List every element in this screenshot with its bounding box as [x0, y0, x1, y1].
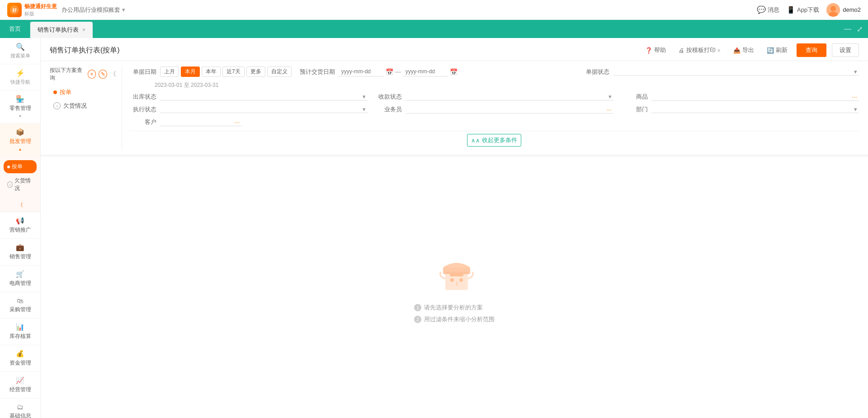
sidebar-item-ecommerce[interactable]: 🛒 电商管理: [0, 266, 40, 292]
scheme-item-欠货[interactable]: ○ 欠货情况: [50, 99, 116, 113]
breadcrumb-text: 办公用品行业模拟账套: [61, 6, 120, 14]
sidebar-item-operation[interactable]: 📈 经营管理: [0, 372, 40, 399]
purchase-icon: 🛍: [17, 297, 24, 304]
sidebar-item-finance[interactable]: 💰 资金管理: [0, 345, 40, 372]
message-btn[interactable]: 💬 消息: [757, 5, 779, 14]
delivery-status-arrow[interactable]: ▾: [361, 93, 368, 100]
page-header: 销售订单执行表(按单) ❓ 帮助 🖨 按模板打印 ▾ 📤 导出 🔄 刷新: [41, 38, 868, 61]
field-payment-status: 收款状态 ▾: [375, 93, 613, 101]
collapse-arrow-icon: ∧∧: [471, 137, 480, 144]
payment-status-arrow[interactable]: ▾: [607, 93, 613, 100]
main-layout: 🔍 搜索菜单 ⚡ 快捷导航 🏪 零售管理 ▾ 📦 批发管理 ▴ 按单 ○ 欠货情…: [0, 38, 868, 418]
filter-form: 单据日期 上月 本月 本年 近7天 更多 自定义 预计交货日期: [122, 66, 859, 149]
dot-icon: [7, 166, 10, 168]
search-icon: 🔍: [16, 43, 25, 51]
date-range-display: 2023-03-01 至 2023-03-31: [129, 81, 859, 89]
sidebar-sub-欠货情况[interactable]: ○ 欠货情况: [4, 174, 37, 195]
app-download-btn[interactable]: 📱 App下载: [787, 6, 819, 14]
date-btn-lastmonth[interactable]: 上月: [160, 66, 179, 77]
date-label: 单据日期: [129, 68, 156, 76]
salesperson-more-icon[interactable]: ···: [604, 106, 613, 113]
salesperson-label: 业务员: [375, 105, 402, 114]
tab-bar-actions: — ⤢: [839, 20, 868, 38]
department-arrow[interactable]: ▾: [852, 106, 859, 113]
date-btn-7days[interactable]: 近7天: [222, 66, 245, 77]
logo-area: 好 畅捷通好生意 标版: [7, 3, 57, 17]
sidebar-item-sales[interactable]: 💼 销售管理: [0, 239, 40, 266]
goods-more-icon[interactable]: ···: [850, 93, 859, 100]
settings-btn[interactable]: 设置: [832, 43, 859, 57]
tab-close-icon[interactable]: ×: [82, 27, 85, 33]
expected-date-to[interactable]: [403, 67, 448, 76]
status-select-wrap: ▾: [613, 68, 859, 76]
sidebar-item-purchase[interactable]: 🛍 采购管理: [0, 292, 40, 318]
inventory-icon: 📊: [16, 323, 24, 331]
query-btn[interactable]: 查询: [797, 43, 826, 57]
active-scheme-dot: [53, 90, 57, 94]
scheme-item-按单[interactable]: 按单: [50, 86, 116, 99]
filter-section: 按以下方案查询 + ✎ 《 按单 ○ 欠货情况: [41, 61, 868, 155]
collapse-more-btn[interactable]: ∧∧ 收起更多条件: [467, 134, 521, 147]
sidebar-item-wholesale[interactable]: 📦 批发管理 ▴: [0, 124, 40, 157]
empty-tips: 1 请先选择要分析的方案 2 用过滤条件来缩小分析范围: [414, 302, 495, 325]
sidebar-item-basic[interactable]: 🗂 基础信息: [0, 399, 40, 418]
sidebar-item-quicknav[interactable]: ⚡ 快捷导航: [0, 64, 40, 90]
date-btn-more[interactable]: 更多: [246, 66, 265, 77]
tab-sales-order[interactable]: 销售订单执行表 ×: [30, 22, 93, 38]
top-bar-left: 好 畅捷通好生意 标版 办公用品行业模拟账套 ▾: [7, 3, 125, 17]
goods-select: ···: [651, 93, 859, 101]
filter-row-3: 执行状态 ▾ 业务员 ··· 部门: [129, 105, 859, 114]
field-department: 部门 ▾: [621, 105, 859, 114]
wholesale-icon: 📦: [16, 128, 24, 136]
refresh-btn[interactable]: 🔄 刷新: [763, 44, 791, 56]
expected-date-range: 📅 — 📅: [339, 67, 458, 76]
collapse-more-bar: ∧∧ 收起更多条件: [129, 131, 859, 149]
tab-home[interactable]: 首页: [0, 20, 30, 38]
execute-status-arrow[interactable]: ▾: [361, 106, 368, 113]
sidebar: 🔍 搜索菜单 ⚡ 快捷导航 🏪 零售管理 ▾ 📦 批发管理 ▴ 按单 ○ 欠货情…: [0, 38, 41, 418]
tab-expand-btn[interactable]: ⤢: [857, 25, 863, 33]
customer-label: 客户: [129, 118, 156, 126]
status-dropdown-arrow[interactable]: ▾: [852, 68, 859, 75]
empty-illustration: !: [427, 249, 481, 294]
sidebar-item-marketing[interactable]: 📢 营销推广: [0, 212, 40, 239]
sidebar-sub-按单[interactable]: 按单: [4, 160, 37, 173]
collapse-scheme-btn[interactable]: 《: [110, 70, 116, 78]
date-btn-thisyear[interactable]: 本年: [202, 66, 221, 77]
edit-scheme-btn[interactable]: ✎: [99, 70, 107, 79]
svg-point-9: [459, 278, 463, 282]
scheme-circle-icon: ○: [53, 102, 61, 109]
svg-rect-6: [443, 267, 470, 274]
template-print-btn[interactable]: 🖨 按模板打印 ▾: [675, 44, 724, 56]
breadcrumb-arrow[interactable]: ▾: [122, 6, 125, 13]
ecommerce-icon: 🛒: [16, 270, 24, 278]
filter-row-4: 客户 ···: [129, 118, 859, 126]
tab-minimize-btn[interactable]: —: [844, 25, 851, 33]
sidebar-item-retail[interactable]: 🏪 零售管理 ▾: [0, 90, 40, 124]
customer-more-icon[interactable]: ···: [232, 119, 241, 126]
cal-to-icon[interactable]: 📅: [450, 68, 458, 76]
retail-arrow: ▾: [19, 114, 21, 119]
date-btn-custom[interactable]: 自定义: [267, 66, 292, 77]
export-btn[interactable]: 📤 导出: [730, 44, 758, 56]
page-actions: ❓ 帮助 🖨 按模板打印 ▾ 📤 导出 🔄 刷新 查询 设置: [642, 43, 859, 57]
logo-text: 畅捷通好生意 标版: [24, 3, 57, 17]
expected-date-label: 预计交货日期: [299, 68, 335, 76]
sidebar-item-search[interactable]: 🔍 搜索菜单: [0, 38, 40, 64]
customer-select: ···: [160, 119, 241, 126]
user-area[interactable]: demo2: [826, 3, 861, 17]
sidebar-item-inventory[interactable]: 📊 库存核算: [0, 318, 40, 345]
breadcrumb-area: 办公用品行业模拟账套 ▾: [61, 6, 125, 14]
expected-date-from[interactable]: [339, 67, 384, 76]
help-btn[interactable]: ❓ 帮助: [642, 44, 670, 56]
field-execute-status: 执行状态 ▾: [129, 105, 368, 114]
svg-text:!: !: [456, 280, 458, 288]
date-btn-thismonth[interactable]: 本月: [181, 66, 200, 77]
sidebar-collapse-btn[interactable]: 《: [0, 199, 40, 212]
sales-icon: 💼: [16, 243, 24, 252]
cal-from-icon[interactable]: 📅: [386, 68, 393, 76]
tip-row-1: 1 请先选择要分析的方案: [414, 302, 495, 314]
add-scheme-btn[interactable]: +: [88, 70, 96, 79]
field-salesperson: 业务员 ···: [375, 105, 613, 114]
delivery-status-select: ▾: [160, 93, 368, 100]
